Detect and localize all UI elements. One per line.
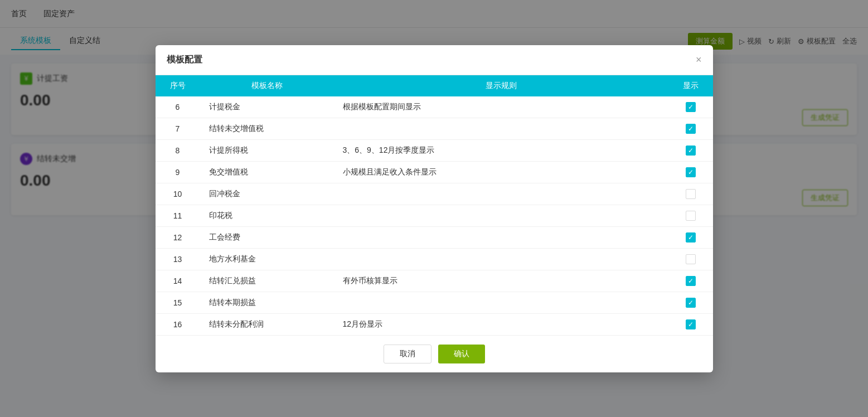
checkbox-wrap[interactable] xyxy=(677,319,704,329)
cell-seq: 13 xyxy=(156,248,200,270)
cell-name: 地方水利基金 xyxy=(200,248,334,270)
cell-name: 结转本期损益 xyxy=(200,292,334,313)
cell-checkbox[interactable] xyxy=(668,292,713,313)
checkbox-unchecked[interactable] xyxy=(686,254,696,264)
cell-seq: 16 xyxy=(156,313,200,335)
checkbox-checked[interactable] xyxy=(686,146,696,156)
table-row: 8计提所得税3、6、9、12月按季度显示 xyxy=(156,139,713,161)
cell-rule: 3、6、9、12月按季度显示 xyxy=(334,139,668,161)
modal-template-config: 模板配置 × 序号 模板名称 显示规则 显示 xyxy=(156,45,713,372)
modal-header: 模板配置 × xyxy=(156,45,713,75)
cell-checkbox[interactable] xyxy=(668,161,713,183)
cell-rule xyxy=(334,118,668,139)
col-header-name: 模板名称 xyxy=(200,75,334,96)
cell-rule: 小规模且满足收入条件显示 xyxy=(334,161,668,183)
cell-name: 计提税金 xyxy=(200,96,334,118)
cell-checkbox[interactable] xyxy=(668,183,713,205)
table-container[interactable]: 序号 模板名称 显示规则 显示 6计提税金根据模板配置期间显示7结转未交增值税8… xyxy=(156,75,713,335)
checkbox-checked[interactable] xyxy=(686,102,696,112)
cell-seq: 15 xyxy=(156,292,200,313)
checkbox-unchecked[interactable] xyxy=(686,189,696,199)
table-row: 16结转未分配利润12月份显示 xyxy=(156,313,713,335)
checkbox-checked[interactable] xyxy=(686,232,696,243)
cell-seq: 7 xyxy=(156,118,200,139)
modal-title: 模板配置 xyxy=(167,54,202,66)
checkbox-checked[interactable] xyxy=(686,124,696,134)
cell-seq: 9 xyxy=(156,161,200,183)
table-row: 13地方水利基金 xyxy=(156,248,713,270)
table-row: 6计提税金根据模板配置期间显示 xyxy=(156,96,713,118)
checkbox-checked[interactable] xyxy=(686,298,696,308)
cell-checkbox[interactable] xyxy=(668,96,713,118)
config-table: 序号 模板名称 显示规则 显示 6计提税金根据模板配置期间显示7结转未交增值税8… xyxy=(156,75,713,335)
table-row: 10回冲税金 xyxy=(156,183,713,205)
checkbox-unchecked[interactable] xyxy=(686,211,696,221)
checkbox-wrap[interactable] xyxy=(677,167,704,177)
modal-body: 序号 模板名称 显示规则 显示 6计提税金根据模板配置期间显示7结转未交增值税8… xyxy=(156,75,713,335)
col-header-seq: 序号 xyxy=(156,75,200,96)
table-row: 11印花税 xyxy=(156,205,713,226)
col-header-rule: 显示规则 xyxy=(334,75,668,96)
cell-seq: 12 xyxy=(156,226,200,248)
cell-seq: 10 xyxy=(156,183,200,205)
cell-name: 免交增值税 xyxy=(200,161,334,183)
cell-seq: 11 xyxy=(156,205,200,226)
cell-seq: 8 xyxy=(156,139,200,161)
cell-rule xyxy=(334,226,668,248)
checkbox-wrap[interactable] xyxy=(677,211,704,221)
cell-name: 结转未分配利润 xyxy=(200,313,334,335)
checkbox-wrap[interactable] xyxy=(677,102,704,112)
table-row: 12工会经费 xyxy=(156,226,713,248)
cell-rule xyxy=(334,292,668,313)
cell-seq: 6 xyxy=(156,96,200,118)
cancel-button[interactable]: 取消 xyxy=(384,345,431,363)
table-row: 15结转本期损益 xyxy=(156,292,713,313)
modal-overlay: 模板配置 × 序号 模板名称 显示规则 显示 xyxy=(0,0,868,417)
table-row: 14结转汇兑损益有外币核算显示 xyxy=(156,270,713,292)
cell-name: 工会经费 xyxy=(200,226,334,248)
table-row: 9免交增值税小规模且满足收入条件显示 xyxy=(156,161,713,183)
checkbox-wrap[interactable] xyxy=(677,232,704,243)
checkbox-checked[interactable] xyxy=(686,319,696,329)
checkbox-wrap[interactable] xyxy=(677,189,704,199)
background-page: 首页 固定资产 系统模板 自定义结 测算金额 ▷ 视频 ↻ 刷新 ⚙ 模板配置 … xyxy=(0,0,868,417)
cell-name: 印花税 xyxy=(200,205,334,226)
checkbox-wrap[interactable] xyxy=(677,254,704,264)
checkbox-wrap[interactable] xyxy=(677,276,704,286)
checkbox-wrap[interactable] xyxy=(677,124,704,134)
cell-checkbox[interactable] xyxy=(668,248,713,270)
cell-seq: 14 xyxy=(156,270,200,292)
cell-rule xyxy=(334,183,668,205)
checkbox-checked[interactable] xyxy=(686,167,696,177)
cell-rule: 有外币核算显示 xyxy=(334,270,668,292)
cell-name: 计提所得税 xyxy=(200,139,334,161)
confirm-button[interactable]: 确认 xyxy=(438,345,485,363)
modal-close-button[interactable]: × xyxy=(696,55,702,65)
cell-checkbox[interactable] xyxy=(668,205,713,226)
col-header-display: 显示 xyxy=(668,75,713,96)
modal-footer: 取消 确认 xyxy=(156,335,713,372)
checkbox-checked[interactable] xyxy=(686,276,696,286)
cell-checkbox[interactable] xyxy=(668,118,713,139)
cell-name: 结转汇兑损益 xyxy=(200,270,334,292)
cell-rule: 12月份显示 xyxy=(334,313,668,335)
cell-name: 结转未交增值税 xyxy=(200,118,334,139)
cell-checkbox[interactable] xyxy=(668,270,713,292)
cell-name: 回冲税金 xyxy=(200,183,334,205)
cell-checkbox[interactable] xyxy=(668,313,713,335)
table-row: 7结转未交增值税 xyxy=(156,118,713,139)
cell-checkbox[interactable] xyxy=(668,226,713,248)
cell-rule xyxy=(334,205,668,226)
checkbox-wrap[interactable] xyxy=(677,298,704,308)
cell-rule xyxy=(334,248,668,270)
table-header-row: 序号 模板名称 显示规则 显示 xyxy=(156,75,713,96)
checkbox-wrap[interactable] xyxy=(677,146,704,156)
cell-checkbox[interactable] xyxy=(668,139,713,161)
cell-rule: 根据模板配置期间显示 xyxy=(334,96,668,118)
